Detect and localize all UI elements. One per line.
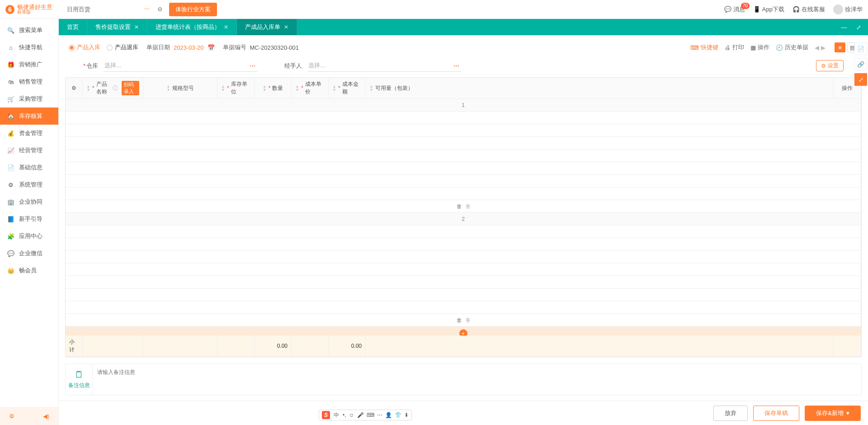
radio-product-out[interactable]: 产品退库 (107, 43, 138, 51)
copy-icon[interactable]: ⎘ (467, 317, 470, 323)
sidebar-item[interactable]: 🎁营销推广 (0, 56, 58, 73)
delete-icon[interactable]: 🗑 (457, 203, 462, 210)
ime-toolbar[interactable]: S 中 •,☺🎤⌨⋯👤👕⬇ (319, 410, 412, 420)
sidebar-icon: 🏠 (7, 113, 14, 120)
sidebar: 🔍搜索菜单⌂快捷导航🎁营销推广🛍销售管理🛒采购管理🏠库存核算💰资金管理📈经营管理… (0, 19, 59, 425)
sidebar-item[interactable]: ⚙系统管理 (0, 176, 58, 193)
gear-icon[interactable]: ⚙ (9, 413, 14, 420)
ime-icon[interactable]: ⋯ (377, 412, 382, 418)
tab-label: 产成品入库单 (245, 23, 280, 31)
col-unit[interactable]: ▲▼*库存单位 (217, 78, 255, 99)
sidebar-item[interactable]: 💰资金管理 (0, 125, 58, 142)
save-new-button[interactable]: 保存&新增 ▾ (805, 406, 861, 421)
ime-icon[interactable]: 🎤 (357, 412, 364, 418)
ime-icon[interactable]: •, (343, 412, 346, 418)
ime-icon[interactable]: ⌨ (367, 412, 374, 418)
ime-icon[interactable]: ⬇ (404, 412, 409, 418)
col-amount[interactable]: ▲▼*成本金额 (329, 78, 366, 99)
tab-label: 首页 (67, 23, 79, 31)
shortcut-button[interactable]: ⌨快捷键 (690, 43, 718, 51)
project-selector[interactable]: 日用百货 ﹀ (63, 3, 154, 16)
sidebar-item[interactable]: 🧩应用中心 (0, 228, 58, 245)
add-row-icon[interactable]: + (459, 329, 467, 336)
calendar-icon[interactable]: 📅 (208, 44, 215, 51)
rail-link-icon[interactable]: 🔗 (854, 58, 867, 70)
doc-no-value: MC-20230320-001 (250, 44, 299, 51)
print-button[interactable]: 🖨打印 (725, 43, 744, 51)
col-price[interactable]: ▲▼*成本单价 (292, 78, 329, 99)
scan-button[interactable]: 扫码录入 (122, 81, 139, 95)
avatar-icon (833, 5, 843, 14)
save-draft-button[interactable]: 保存草稿 (753, 406, 799, 421)
tab[interactable]: 售价提取设置✕ (87, 19, 147, 35)
delete-icon[interactable]: 🗑 (457, 317, 462, 323)
sidebar-item[interactable]: 📈经营管理 (0, 142, 58, 159)
messages-button[interactable]: 💬 消息 70 (724, 5, 745, 14)
sidebar-icon: 🧩 (7, 233, 14, 240)
col-spec[interactable]: ▲▼规格型号 (143, 78, 217, 99)
copy-icon[interactable]: ⎘ (467, 203, 470, 210)
download-label: App下载 (762, 5, 784, 14)
close-icon[interactable]: ✕ (134, 24, 139, 30)
settings-button[interactable]: ⚙ 设置 (816, 60, 844, 71)
ime-lang[interactable]: 中 (334, 411, 339, 419)
sidebar-icon: ⚙ (7, 182, 14, 188)
sidebar-item[interactable]: 🔍搜索菜单 (0, 22, 58, 39)
sidebar-item[interactable]: 👑畅会员 (0, 262, 58, 279)
history-button[interactable]: 🕘历史单据 (776, 43, 808, 51)
user-menu[interactable]: 徐泽华 (833, 5, 863, 14)
prev-doc-icon[interactable]: ◀ (815, 44, 819, 51)
handler-select[interactable]: 选择... ⋯ (307, 60, 461, 72)
row-index: 1 (66, 99, 861, 112)
tab[interactable]: 首页 (59, 19, 87, 35)
rail-doc-icon[interactable]: 📄 (854, 42, 867, 55)
sidebar-item[interactable]: 📄基础信息 (0, 159, 58, 176)
keyboard-icon: ⌨ (690, 44, 699, 51)
gear-icon[interactable]: ⚙ (157, 6, 163, 13)
sidebar-icon: 👑 (7, 267, 14, 274)
phone-icon: 📱 (753, 6, 760, 13)
sidebar-item[interactable]: 🛍销售管理 (0, 73, 58, 90)
ime-icon[interactable]: 👤 (385, 412, 392, 418)
document-header: 产品入库 产品退库 单据日期 2023-03-20 📅 单据编号 (65, 41, 862, 57)
sidebar-item[interactable]: ⌂快捷导航 (0, 39, 58, 56)
remarks-input[interactable] (93, 364, 861, 395)
sidebar-item[interactable]: 🏠库存核算 (0, 107, 58, 125)
tab-minimize-icon[interactable]: — (839, 22, 849, 32)
sidebar-item[interactable]: 🏢企业协同 (0, 193, 58, 210)
col-available[interactable]: ▲▼可用量（包装） (366, 78, 833, 99)
ime-icon[interactable]: ☺ (349, 412, 354, 418)
experience-button[interactable]: 体验行业方案 (169, 3, 217, 16)
app-download-button[interactable]: 📱 App下载 (753, 5, 784, 14)
ime-icon[interactable]: 👕 (395, 412, 401, 418)
radio-product-in[interactable]: 产品入库 (69, 43, 100, 51)
close-icon[interactable]: ✕ (284, 24, 288, 30)
rail-expand-icon[interactable]: ⤢ (854, 73, 867, 86)
col-config-icon[interactable]: ⚙ (66, 78, 83, 99)
chevron-down-icon: ﹀ (144, 5, 150, 14)
next-doc-icon[interactable]: ▶ (821, 44, 826, 51)
messages-badge: 70 (741, 3, 750, 9)
discard-button[interactable]: 放弃 (713, 406, 748, 421)
tab-label: 进货单统计表（按商品） (156, 23, 220, 31)
col-product[interactable]: ▲▼*产品名称ⓘ扫码录入 (83, 78, 143, 99)
support-button[interactable]: 🎧 在线客服 (793, 5, 825, 14)
col-qty[interactable]: ▲▼*数量 (255, 78, 292, 99)
tab-expand-icon[interactable]: ⤢ (854, 22, 863, 32)
tab[interactable]: 产成品入库单✕ (237, 19, 297, 35)
sidebar-item[interactable]: 📘新手引导 (0, 210, 58, 228)
operate-button[interactable]: ▦操作 (750, 43, 769, 51)
sidebar-icon: 🏢 (7, 199, 14, 205)
tab[interactable]: 进货单统计表（按商品）✕ (147, 19, 237, 35)
warehouse-select[interactable]: 选择... ⋯ (104, 60, 257, 72)
date-value[interactable]: 2023-03-20 (174, 44, 204, 51)
sidebar-item[interactable]: 💬企业微信 (0, 245, 58, 262)
sidebar-item[interactable]: 🛒采购管理 (0, 90, 58, 107)
warehouse-placeholder: 选择... (104, 61, 121, 70)
view-list-button[interactable]: ≡ (835, 42, 845, 52)
sidebar-label: 应用中心 (19, 232, 42, 240)
sidebar-icon: 💬 (7, 250, 14, 257)
sogou-icon: S (322, 411, 330, 419)
close-icon[interactable]: ✕ (224, 24, 228, 30)
collapse-icon[interactable]: ◀) (43, 413, 49, 420)
